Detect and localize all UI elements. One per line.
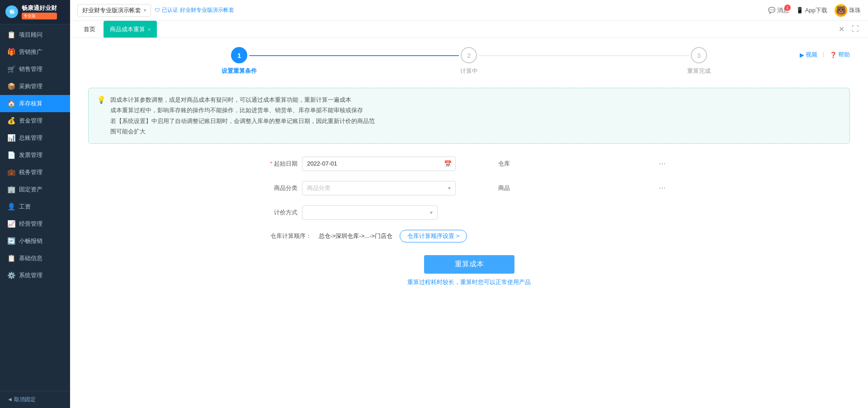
user-profile-button[interactable]: 🐻 珠珠 <box>835 4 861 17</box>
warehouse-order-row: 仓库计算顺序： 总仓->深圳仓库->...->门店仓 仓库计算顺序设置 > <box>270 230 668 242</box>
video-label: 视频 <box>806 51 817 59</box>
accounting-icon: 📊 <box>7 134 15 142</box>
sidebar-item-purchase[interactable]: 📦 采购管理 <box>0 78 70 95</box>
info-icon: 💡 <box>97 95 106 137</box>
step-1-line <box>249 55 459 56</box>
warehouse-order-label: 仓库计算顺序： <box>270 232 311 240</box>
sidebar-item-basic[interactable]: 📋 基础信息 <box>0 250 70 267</box>
verified-account-name: 好业财专业版演示帐套 <box>180 6 234 14</box>
tabs-bar: 首页 商品成本重算 × ✕ ⛶ <box>70 21 868 38</box>
warehouse-selector[interactable]: ··· <box>514 157 668 171</box>
topbar: 好业财专业版演示帐套 ▾ 🛡 已认证 好业财专业版演示帐套 💬 消息 1 📱 A… <box>70 0 868 21</box>
sidebar-item-accounting[interactable]: 📊 总账管理 <box>0 129 70 147</box>
play-icon: ▶ <box>800 52 804 58</box>
info-line-1: 因成本计算参数调整，或是对商品成本有疑问时，可以通过成本重算功能，重新计算一遍成… <box>110 95 375 105</box>
start-date-input[interactable] <box>302 157 440 171</box>
sidebar-item-operation[interactable]: 📈 经营管理 <box>0 215 70 232</box>
start-date-input-wrapper[interactable]: 📅 <box>302 157 455 171</box>
expand-icon[interactable]: ⛶ <box>850 24 861 34</box>
unpin-button[interactable]: ◄ 取消固定 <box>0 391 70 408</box>
category-selector[interactable]: 商品分类 ▾ <box>302 181 456 195</box>
warehouse-field: 仓库 ··· <box>483 157 668 171</box>
account-selector[interactable]: 好业财专业版演示帐套 ▾ <box>77 4 151 17</box>
sidebar-item-invoice[interactable]: 📄 发票管理 <box>0 147 70 164</box>
pricing-row: 计价方式 ▾ <box>270 205 668 220</box>
finance-icon: 💰 <box>7 117 15 125</box>
pricing-inner: 计价方式 ▾ <box>270 205 668 220</box>
warehouse-label: 仓库 <box>483 160 510 168</box>
app-title-block: 畅康通好业财 专业版 <box>22 5 57 19</box>
sidebar-item-label: 基础信息 <box>19 254 42 262</box>
sidebar-item-project[interactable]: 📋 项目顾问 <box>0 26 70 43</box>
step-2-label: 计算中 <box>460 67 478 75</box>
info-line-3: 若【系统设置】中启用了自动调整记账日期时，会调整入库单的整单记账日期，因此重新计… <box>110 116 375 126</box>
sidebar-item-salary[interactable]: 👤 工资 <box>0 198 70 215</box>
system-icon: ⚙️ <box>7 271 15 280</box>
sidebar-item-label: 税务管理 <box>19 168 42 176</box>
tab-cost-recalc[interactable]: 商品成本重算 × <box>104 21 157 38</box>
sidebar-item-sales[interactable]: 🛒 销售管理 <box>0 61 70 78</box>
sidebar-item-label: 销售管理 <box>19 65 42 73</box>
sidebar-item-label: 总账管理 <box>19 134 42 142</box>
app-download-button[interactable]: 📱 App下载 <box>796 6 827 14</box>
sidebar: 畅 畅康通好业财 专业版 📋 项目顾问 🎁 营销推广 🛒 销售管理 📦 采购管理… <box>0 0 70 408</box>
sidebar-item-system[interactable]: ⚙️ 系统管理 <box>0 267 70 284</box>
sidebar-item-marketing[interactable]: 🎁 营销推广 <box>0 43 70 61</box>
account-name: 好业财专业版演示帐套 <box>82 6 141 14</box>
sidebar-item-finance[interactable]: 💰 资金管理 <box>0 112 70 129</box>
step-1-circle: 1 <box>231 47 247 63</box>
operation-icon: 📈 <box>7 220 15 228</box>
sidebar-item-label: 经营管理 <box>19 220 42 228</box>
tab-home-label: 首页 <box>84 25 95 33</box>
sidebar-item-label: 库存核算 <box>19 100 42 108</box>
purchase-icon: 📦 <box>7 82 15 90</box>
project-icon: 📋 <box>7 31 15 39</box>
verified-badge: 🛡 已认证 好业财专业版演示帐套 <box>155 6 234 14</box>
sidebar-item-label: 发票管理 <box>19 151 42 159</box>
pricing-label: 计价方式 <box>270 209 297 217</box>
help-button[interactable]: ❓ 帮助 <box>830 51 850 59</box>
sidebar-item-label: 小畅报销 <box>19 237 42 245</box>
sidebar-item-expense[interactable]: 🔄 小畅报销 <box>0 232 70 250</box>
close-window-icon[interactable]: ✕ <box>837 24 846 34</box>
tab-cost-recalc-label: 商品成本重算 <box>110 25 145 33</box>
product-selector[interactable]: ··· <box>514 181 668 195</box>
marketing-icon: 🎁 <box>7 48 15 56</box>
topbar-right: 💬 消息 1 📱 App下载 🐻 珠珠 <box>768 4 861 17</box>
product-label: 商品 <box>483 184 510 192</box>
step-2: 2 计算中 <box>354 47 584 75</box>
video-button[interactable]: ▶ 视频 <box>800 51 817 59</box>
recalc-button[interactable]: 重算成本 <box>424 255 514 274</box>
tab-home[interactable]: 首页 <box>77 21 102 38</box>
info-line-4: 围可能会扩大 <box>110 126 375 137</box>
info-box-content: 因成本计算参数调整，或是对商品成本有疑问时，可以通过成本重算功能，重新计算一遍成… <box>110 95 375 137</box>
tabs-actions: ✕ ⛶ <box>837 24 861 34</box>
info-box: 💡 因成本计算参数调整，或是对商品成本有疑问时，可以通过成本重算功能，重新计算一… <box>88 88 850 144</box>
sidebar-item-tax[interactable]: 💼 税务管理 <box>0 164 70 181</box>
unpin-label: ◄ 取消固定 <box>7 396 36 403</box>
inventory-icon: 🏠 <box>7 100 15 108</box>
tab-close-icon[interactable]: × <box>148 27 151 32</box>
sidebar-item-assets[interactable]: 🏢 固定资产 <box>0 181 70 198</box>
verified-label: 已认证 <box>162 6 178 14</box>
assets-icon: 🏢 <box>7 185 15 194</box>
sidebar-item-label: 工资 <box>19 203 31 211</box>
user-avatar: 🐻 <box>835 4 847 17</box>
chevron-down-icon: ▾ <box>448 185 451 191</box>
sidebar-item-label: 固定资产 <box>19 185 42 194</box>
category-label: 商品分类 <box>270 184 297 192</box>
calendar-icon: 📅 <box>440 160 455 167</box>
chevron-down-icon: ▾ <box>144 8 146 13</box>
message-button[interactable]: 💬 消息 1 <box>768 6 789 14</box>
steps-right-actions: ▶ 视频 | ❓ 帮助 <box>800 51 850 59</box>
app-logo-icon: 畅 <box>5 5 18 18</box>
pricing-selector[interactable]: ▾ <box>302 205 438 220</box>
sidebar-item-label: 系统管理 <box>19 271 42 280</box>
invoice-icon: 📄 <box>7 151 15 159</box>
step-2-line <box>479 55 689 56</box>
sidebar-item-inventory[interactable]: 🏠 库存核算 <box>0 95 70 112</box>
message-icon: 💬 <box>768 7 775 14</box>
warehouse-order-settings-button[interactable]: 仓库计算顺序设置 > <box>400 230 467 242</box>
steps-container: 1 设置重算条件 2 计算中 3 重算完成 ▶ <box>88 47 850 75</box>
user-name: 珠珠 <box>849 6 861 14</box>
